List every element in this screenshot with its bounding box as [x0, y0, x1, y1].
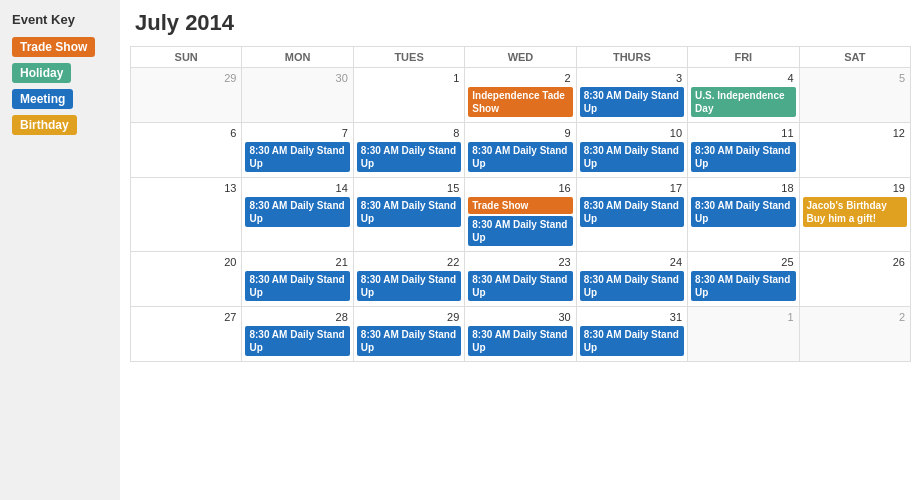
meeting-jul11[interactable]: 8:30 AM Daily Stand Up — [691, 142, 795, 172]
day-num-jul29: 29 — [357, 310, 461, 324]
day-num-jul10: 10 — [580, 126, 684, 140]
trade-show-jul16[interactable]: Trade Show — [468, 197, 572, 214]
calendar-title: July 2014 — [130, 10, 911, 36]
add-event-jul3[interactable]: + — [676, 103, 684, 119]
day-num-jul6: 6 — [134, 126, 238, 140]
cell-jul9: 9 8:30 AM Daily Stand Up — [465, 123, 576, 178]
meeting-jul17[interactable]: 8:30 AM Daily Stand Up — [580, 197, 684, 227]
birthday-jul19[interactable]: Jacob's Birthday Buy him a gift! — [803, 197, 907, 227]
day-num-jul19: 19 — [803, 181, 907, 195]
holiday-key[interactable]: Holiday — [12, 63, 71, 83]
week-row-2: 6 7 8:30 AM Daily Stand Up 8 8:30 AM Dai… — [131, 123, 911, 178]
day-num-jun29: 29 — [134, 71, 238, 85]
day-num-jul9: 9 — [468, 126, 572, 140]
meeting-jul18[interactable]: 8:30 AM Daily Stand Up — [691, 197, 795, 227]
cell-jun29: 29 — [131, 68, 242, 123]
meeting-jul24[interactable]: 8:30 AM Daily Stand Up — [580, 271, 684, 301]
cell-jul12: 12 — [799, 123, 910, 178]
calendar: July 2014 SUN MON TUES WED THURS FRI SAT… — [120, 0, 921, 500]
day-num-aug1: 1 — [691, 310, 795, 324]
day-num-jul2: 2 — [468, 71, 572, 85]
cell-jul11: 11 8:30 AM Daily Stand Up — [688, 123, 799, 178]
birthday-key[interactable]: Birthday — [12, 115, 77, 135]
day-num-jul26: 26 — [803, 255, 907, 269]
independence-trade-show[interactable]: Independence Tade Show — [468, 87, 572, 117]
calendar-grid: SUN MON TUES WED THURS FRI SAT 29 30 — [130, 46, 911, 362]
cell-jul19: 19 Jacob's Birthday Buy him a gift! — [799, 178, 910, 252]
day-num-jul16: 16 — [468, 181, 572, 195]
cell-jun30: 30 — [242, 68, 353, 123]
meeting-jul29[interactable]: 8:30 AM Daily Stand Up — [357, 326, 461, 356]
meeting-jul15[interactable]: 8:30 AM Daily Stand Up — [357, 197, 461, 227]
day-num-jul5: 5 — [803, 71, 907, 85]
day-num-jul3: 3 — [580, 71, 684, 85]
meeting-jul3[interactable]: 8:30 AM Daily Stand Up — [580, 87, 684, 117]
day-num-jul1: 1 — [357, 71, 461, 85]
day-num-jul11: 11 — [691, 126, 795, 140]
cell-jul13: 13 — [131, 178, 242, 252]
cell-jul24: 24 8:30 AM Daily Stand Up — [576, 252, 687, 307]
cell-jul21: 21 8:30 AM Daily Stand Up — [242, 252, 353, 307]
meeting-jul28[interactable]: 8:30 AM Daily Stand Up — [245, 326, 349, 356]
cell-jul23: 23 8:30 AM Daily Stand Up — [465, 252, 576, 307]
week-row-4: 20 21 8:30 AM Daily Stand Up 22 8:30 AM … — [131, 252, 911, 307]
meeting-jul14[interactable]: 8:30 AM Daily Stand Up — [245, 197, 349, 227]
col-fri: FRI — [688, 47, 799, 68]
day-num-jul23: 23 — [468, 255, 572, 269]
meeting-jul31[interactable]: 8:30 AM Daily Stand Up — [580, 326, 684, 356]
cell-jul17: 17 8:30 AM Daily Stand Up — [576, 178, 687, 252]
day-num-jul14: 14 — [245, 181, 349, 195]
day-num-jul7: 7 — [245, 126, 349, 140]
day-num-jul31: 31 — [580, 310, 684, 324]
week-row-1: 29 30 1 2 Independence Tade Show 3 8:30 — [131, 68, 911, 123]
meeting-jul25[interactable]: 8:30 AM Daily Stand Up — [691, 271, 795, 301]
meeting-jul23[interactable]: 8:30 AM Daily Stand Up — [468, 271, 572, 301]
day-num-jul22: 22 — [357, 255, 461, 269]
cell-jul28: 28 8:30 AM Daily Stand Up — [242, 307, 353, 362]
day-num-jul15: 15 — [357, 181, 461, 195]
cell-jul22: 22 8:30 AM Daily Stand Up — [353, 252, 464, 307]
day-num-jul21: 21 — [245, 255, 349, 269]
meeting-jul16[interactable]: 8:30 AM Daily Stand Up — [468, 216, 572, 246]
cell-jul20: 20 — [131, 252, 242, 307]
cell-jul27: 27 — [131, 307, 242, 362]
cell-jul31: 31 8:30 AM Daily Stand Up — [576, 307, 687, 362]
independence-day[interactable]: U.S. Independence Day — [691, 87, 795, 117]
day-num-jul20: 20 — [134, 255, 238, 269]
cell-jul14: 14 8:30 AM Daily Stand Up — [242, 178, 353, 252]
meeting-jul30[interactable]: 8:30 AM Daily Stand Up — [468, 326, 572, 356]
cell-jul6: 6 — [131, 123, 242, 178]
meeting-jul22[interactable]: 8:30 AM Daily Stand Up — [357, 271, 461, 301]
meeting-jul8[interactable]: 8:30 AM Daily Stand Up — [357, 142, 461, 172]
cell-jul2: 2 Independence Tade Show — [465, 68, 576, 123]
day-num-aug2: 2 — [803, 310, 907, 324]
col-sun: SUN — [131, 47, 242, 68]
col-mon: MON — [242, 47, 353, 68]
cell-jul26: 26 — [799, 252, 910, 307]
meeting-jul9[interactable]: 8:30 AM Daily Stand Up — [468, 142, 572, 172]
day-num-jul18: 18 — [691, 181, 795, 195]
day-num-jul24: 24 — [580, 255, 684, 269]
day-num-jul13: 13 — [134, 181, 238, 195]
col-tues: TUES — [353, 47, 464, 68]
day-num-jul28: 28 — [245, 310, 349, 324]
col-sat: SAT — [799, 47, 910, 68]
meeting-jul10[interactable]: 8:30 AM Daily Stand Up — [580, 142, 684, 172]
cell-jul29: 29 8:30 AM Daily Stand Up — [353, 307, 464, 362]
day-num-jul25: 25 — [691, 255, 795, 269]
day-num-jul17: 17 — [580, 181, 684, 195]
cell-jul4: 4 U.S. Independence Day — [688, 68, 799, 123]
col-thurs: THURS — [576, 47, 687, 68]
day-num-jul12: 12 — [803, 126, 907, 140]
trade-show-key[interactable]: Trade Show — [12, 37, 95, 57]
day-num-jul4: 4 — [691, 71, 795, 85]
meeting-jul7[interactable]: 8:30 AM Daily Stand Up — [245, 142, 349, 172]
cell-jul7: 7 8:30 AM Daily Stand Up — [242, 123, 353, 178]
event-key-title: Event Key — [12, 12, 108, 27]
cell-jul25: 25 8:30 AM Daily Stand Up — [688, 252, 799, 307]
cell-aug1: 1 — [688, 307, 799, 362]
meeting-key[interactable]: Meeting — [12, 89, 73, 109]
meeting-jul21[interactable]: 8:30 AM Daily Stand Up — [245, 271, 349, 301]
cell-jul15: 15 8:30 AM Daily Stand Up — [353, 178, 464, 252]
week-row-5: 27 28 8:30 AM Daily Stand Up 29 8:30 AM … — [131, 307, 911, 362]
